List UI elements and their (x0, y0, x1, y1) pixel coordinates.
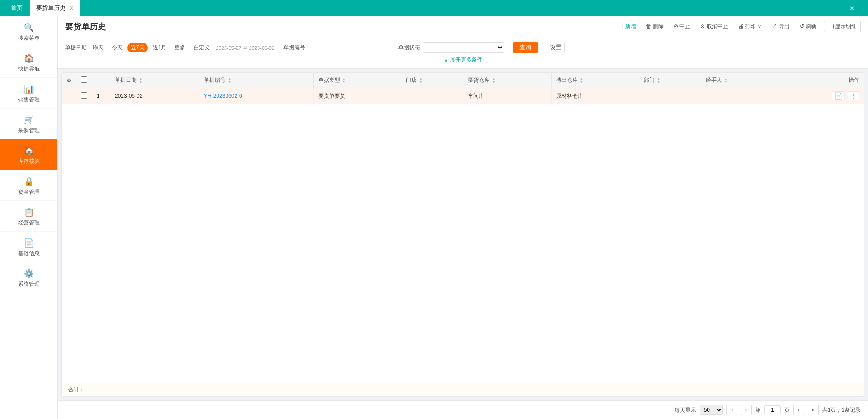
total-info: 共1页，1条记录 (822, 406, 861, 414)
close-tab-btn[interactable]: ✕ (69, 5, 74, 11)
select-all-checkbox[interactable] (81, 76, 87, 83)
col-row-num (92, 73, 110, 88)
col-doc-number: 单据编号 ▲▼ (199, 73, 314, 88)
doc-number-label: 单据编号 (283, 44, 305, 52)
sidebar-item-search-menu[interactable]: 🔍 搜索菜单 (0, 16, 57, 47)
next-page-btn[interactable]: › (793, 405, 804, 415)
sidebar-label-basic-info: 基础信息 (18, 250, 40, 257)
stop-button[interactable]: ⊘ 中止 (671, 21, 693, 32)
system-mgmt-icon: ⚙️ (24, 269, 34, 279)
cancel-stop-button[interactable]: ⊘ 取消中止 (698, 21, 731, 32)
col-doc-date: 单据日期 ▲▼ (110, 73, 199, 88)
store-sort-icon[interactable]: ▲▼ (420, 77, 423, 84)
filter-bar: 单据日期 昨天 今天 近7天 近1月 更多 自定义 2023-05-27 至 2… (58, 37, 868, 69)
sidebar-label-finance-mgmt: 资金管理 (18, 188, 40, 196)
display-cell-button[interactable]: 显示明细 (824, 21, 861, 32)
delete-button[interactable]: 🗑 删除 (643, 21, 666, 32)
date-pills: 昨天 今天 近7天 近1月 更多 自定义 (90, 43, 213, 52)
quick-nav-icon: 🏠 (24, 53, 34, 63)
doc-number-link[interactable]: YH-20230602-0 (204, 93, 242, 99)
date-pill-more[interactable]: 更多 (171, 43, 189, 52)
doc-type-sort-icon[interactable]: ▲▼ (342, 77, 345, 84)
col-settings[interactable]: ⚙ (62, 73, 76, 88)
window-close-btn[interactable]: ✕ (849, 5, 854, 12)
table-container: ⚙ 单据日期 ▲▼ 单据编号 ▲▼ (61, 72, 864, 397)
sidebar: 🔍 搜索菜单 🏠 快捷导航 📊 销售管理 🛒 采购管理 🏠 库存核算 🔒 资金管… (0, 16, 58, 419)
sidebar-item-basic-info[interactable]: 📄 基础信息 (0, 232, 57, 262)
sidebar-label-inventory-calc: 库存核算 (18, 157, 40, 165)
doc-number-sort-icon[interactable]: ▲▼ (228, 77, 231, 84)
basic-info-icon: 📄 (24, 238, 34, 248)
search-menu-icon: 🔍 (24, 23, 34, 33)
doc-status-filter-group: 单据状态 (398, 42, 504, 53)
page-header: 要货单历史 + 新增 🗑 删除 ⊘ 中止 ⊘ 取消中止 🖨 打印 ∨ ↗ 导出 … (58, 16, 868, 37)
sidebar-item-operations-mgmt[interactable]: 📋 经营管理 (0, 201, 57, 232)
expand-more-btn[interactable]: ∨ 展开更多条件 (65, 56, 861, 64)
page-size-select[interactable]: 50 20 100 (700, 405, 723, 415)
sidebar-item-sales-mgmt[interactable]: 📊 销售管理 (0, 78, 57, 109)
settings-button[interactable]: 设置 (547, 42, 565, 53)
sidebar-label-system-mgmt: 系统管理 (18, 281, 40, 288)
date-pill-last7days[interactable]: 近7天 (127, 43, 148, 52)
date-pill-yesterday[interactable]: 昨天 (90, 43, 107, 52)
page-title: 要货单历史 (65, 21, 106, 32)
page-number-input[interactable] (764, 405, 781, 414)
table-header-row: ⚙ 单据日期 ▲▼ 单据编号 ▲▼ (62, 73, 864, 88)
row-department (639, 88, 701, 104)
date-pill-today[interactable]: 今天 (108, 43, 126, 52)
sidebar-item-quick-nav[interactable]: 🏠 快捷导航 (0, 47, 57, 78)
display-cell-checkbox[interactable] (828, 24, 834, 29)
doc-date-sort-icon[interactable]: ▲▼ (139, 77, 142, 84)
row-checkbox[interactable] (81, 92, 87, 99)
page-size-label: 每页显示 (675, 406, 696, 414)
doc-number-filter-group: 单据编号 (283, 43, 389, 52)
add-button[interactable]: + 新增 (618, 21, 638, 32)
prev-page-btn[interactable]: ‹ (741, 405, 752, 415)
sidebar-item-system-mgmt[interactable]: ⚙️ 系统管理 (0, 262, 57, 293)
col-handler: 经手人 ▲▼ (701, 73, 776, 88)
table-row: 1 2023-06-02 YH-20230602-0 要货单要货 (62, 88, 864, 104)
handler-sort-icon[interactable]: ▲▼ (724, 77, 727, 84)
department-sort-icon[interactable]: ▲▼ (657, 77, 660, 84)
row-more-btn[interactable]: ⋮ (848, 91, 859, 100)
row-doc-number: YH-20230602-0 (199, 88, 314, 104)
print-button[interactable]: 🖨 打印 ∨ (736, 21, 765, 32)
sidebar-label-operations-mgmt: 经营管理 (18, 219, 40, 227)
col-pending-warehouse: 待出仓库 ▲▼ (551, 73, 639, 88)
page-label-before: 第 (755, 406, 761, 414)
query-button[interactable]: 查询 (513, 42, 538, 53)
row-view-btn[interactable]: 📄 (832, 91, 845, 100)
page-label-after: 页 (784, 406, 790, 414)
row-store (401, 88, 463, 104)
col-checkbox (76, 73, 92, 88)
doc-status-select[interactable] (423, 42, 504, 53)
sidebar-item-purchase-mgmt[interactable]: 🛒 采购管理 (0, 109, 57, 139)
date-range-display: 2023-05-27 至 2023-06-02 (216, 45, 274, 52)
date-pill-last1month[interactable]: 近1月 (150, 43, 170, 52)
operations-mgmt-icon: 📋 (24, 207, 34, 217)
doc-number-input[interactable] (308, 43, 389, 52)
first-page-btn[interactable]: « (726, 405, 737, 415)
col-store: 门店 ▲▼ (401, 73, 463, 88)
sidebar-label-purchase-mgmt: 采购管理 (18, 127, 40, 134)
date-label: 单据日期 (65, 44, 87, 52)
main-content: 要货单历史 + 新增 🗑 删除 ⊘ 中止 ⊘ 取消中止 🖨 打印 ∨ ↗ 导出 … (58, 16, 868, 419)
row-handler (701, 88, 776, 104)
row-pending-warehouse: 原材料仓库 (551, 88, 639, 104)
tab-home[interactable]: 首页 (5, 0, 29, 16)
export-button[interactable]: ↗ 导出 (769, 21, 792, 32)
req-warehouse-sort-icon[interactable]: ▲▼ (492, 77, 495, 84)
row-settings-cell (62, 88, 76, 104)
date-pill-custom[interactable]: 自定义 (190, 43, 213, 52)
tab-requisition-history[interactable]: 要货单历史 ✕ (30, 0, 80, 16)
row-doc-date: 2023-06-02 (110, 88, 199, 104)
row-checkbox-cell (76, 88, 92, 104)
window-maximize-btn[interactable]: □ (860, 5, 863, 12)
sidebar-label-search-menu: 搜索菜单 (18, 34, 40, 42)
last-page-btn[interactable]: » (808, 405, 819, 415)
sidebar-item-finance-mgmt[interactable]: 🔒 资金管理 (0, 170, 57, 201)
pending-warehouse-sort-icon[interactable]: ▲▼ (580, 77, 583, 84)
purchase-mgmt-icon: 🛒 (24, 115, 34, 125)
refresh-button[interactable]: ↺ 刷新 (797, 21, 819, 32)
sidebar-item-inventory-calc[interactable]: 🏠 库存核算 (0, 139, 57, 170)
